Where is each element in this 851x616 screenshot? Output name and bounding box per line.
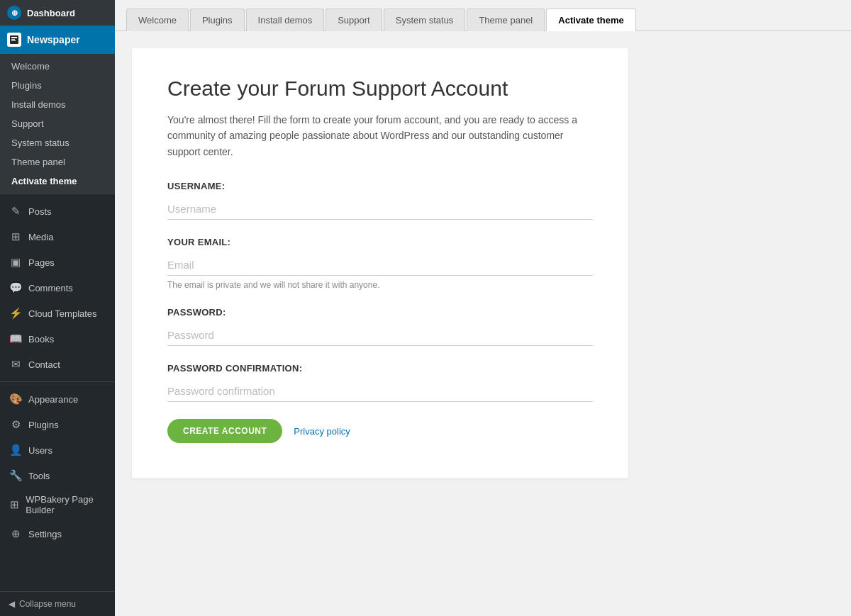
sidebar-item-comments[interactable]: 💬 Comments (0, 275, 115, 301)
tab-install-demos[interactable]: Install demos (246, 9, 325, 31)
tabs-bar: Welcome Plugins Install demos Support Sy… (115, 0, 851, 31)
main-content: Welcome Plugins Install demos Support Sy… (115, 0, 851, 616)
cloud-templates-label: Cloud Templates (28, 308, 97, 319)
wpbakery-label: WPBakery Page Builder (26, 494, 106, 515)
sidebar: ⊕ Dashboard Newspaper Welcome Plugins In… (0, 0, 115, 616)
media-label: Media (28, 232, 53, 242)
sidebar-item-newspaper[interactable]: Newspaper (0, 26, 115, 54)
svg-rect-1 (11, 37, 17, 38)
books-label: Books (28, 334, 54, 345)
password-confirm-input[interactable] (167, 381, 593, 402)
sidebar-item-users[interactable]: 👤 Users (0, 437, 115, 463)
sidebar-item-media[interactable]: ⊞ Media (0, 224, 115, 250)
username-group: USERNAME: (167, 181, 593, 220)
sidebar-item-dashboard[interactable]: ⊕ Dashboard (0, 0, 115, 26)
media-icon: ⊞ (9, 230, 23, 244)
svg-rect-3 (11, 40, 16, 41)
form-subtitle: You're almost there! Fill the form to cr… (167, 112, 593, 159)
sidebar-item-contact[interactable]: ✉ Contact (0, 352, 115, 377)
create-account-button[interactable]: CREATE ACCOUNT (167, 419, 282, 443)
pages-icon: ▣ (9, 255, 23, 269)
comments-icon: 💬 (9, 281, 23, 295)
submenu-welcome[interactable]: Welcome (0, 57, 115, 76)
content-area: Create your Forum Support Account You're… (115, 31, 851, 616)
sidebar-nav: ✎ Posts ⊞ Media ▣ Pages 💬 Comments ⚡ Clo… (0, 194, 115, 381)
password-confirm-label: PASSWORD CONFIRMATION: (167, 363, 593, 374)
books-icon: 📖 (9, 332, 23, 346)
users-label: Users (28, 445, 52, 456)
submenu-theme-panel[interactable]: Theme panel (0, 152, 115, 172)
plugins-label: Plugins (28, 420, 59, 430)
dashboard-icon: ⊕ (7, 6, 21, 20)
privacy-policy-link[interactable]: Privacy policy (294, 426, 350, 437)
cloud-templates-icon: ⚡ (9, 306, 23, 320)
sidebar-item-appearance[interactable]: 🎨 Appearance (0, 386, 115, 412)
posts-icon: ✎ (9, 204, 23, 218)
tab-system-status[interactable]: System status (384, 9, 466, 31)
sidebar-item-tools[interactable]: 🔧 Tools (0, 463, 115, 488)
submenu-install-demos[interactable]: Install demos (0, 95, 115, 114)
password-confirm-group: PASSWORD CONFIRMATION: (167, 363, 593, 402)
svg-rect-2 (11, 39, 15, 40)
sidebar-item-wpbakery[interactable]: ⊞ WPBakery Page Builder (0, 488, 115, 521)
collapse-label: Collapse menu (19, 599, 76, 609)
posts-label: Posts (28, 206, 52, 217)
password-label: PASSWORD: (167, 307, 593, 318)
password-input[interactable] (167, 325, 593, 346)
wpbakery-icon: ⊞ (9, 498, 20, 512)
sidebar-item-books[interactable]: 📖 Books (0, 326, 115, 352)
dashboard-label: Dashboard (27, 8, 75, 18)
users-icon: 👤 (9, 443, 23, 457)
appearance-icon: 🎨 (9, 392, 23, 406)
username-input[interactable] (167, 198, 593, 220)
sidebar-nav-2: 🎨 Appearance ⚙ Plugins 👤 Users 🔧 Tools ⊞… (0, 381, 115, 551)
contact-label: Contact (28, 359, 60, 370)
sidebar-item-cloud-templates[interactable]: ⚡ Cloud Templates (0, 301, 115, 326)
submenu-plugins[interactable]: Plugins (0, 76, 115, 95)
form-title: Create your Forum Support Account (167, 77, 593, 101)
tab-support[interactable]: Support (326, 9, 382, 31)
form-card: Create your Forum Support Account You're… (132, 48, 628, 478)
comments-label: Comments (28, 283, 73, 293)
tab-plugins[interactable]: Plugins (190, 9, 245, 31)
tools-icon: 🔧 (9, 469, 23, 483)
email-hint: The email is private and we will not sha… (167, 280, 593, 290)
submenu-support[interactable]: Support (0, 114, 115, 133)
tab-theme-panel[interactable]: Theme panel (467, 9, 545, 31)
email-input[interactable] (167, 254, 593, 276)
form-actions: CREATE ACCOUNT Privacy policy (167, 419, 593, 443)
settings-label: Settings (28, 529, 62, 539)
newspaper-icon (7, 33, 21, 47)
tab-activate-theme[interactable]: Activate theme (546, 9, 635, 31)
email-group: YOUR EMAIL: The email is private and we … (167, 237, 593, 290)
tab-welcome[interactable]: Welcome (126, 9, 189, 31)
plugins-icon: ⚙ (9, 418, 23, 432)
pages-label: Pages (28, 257, 55, 268)
sidebar-item-pages[interactable]: ▣ Pages (0, 250, 115, 275)
tools-label: Tools (28, 471, 50, 481)
sidebar-item-posts[interactable]: ✎ Posts (0, 198, 115, 224)
password-group: PASSWORD: (167, 307, 593, 346)
appearance-label: Appearance (28, 394, 78, 405)
newspaper-submenu: Welcome Plugins Install demos Support Sy… (0, 54, 115, 194)
sidebar-item-plugins[interactable]: ⚙ Plugins (0, 412, 115, 437)
submenu-system-status[interactable]: System status (0, 133, 115, 152)
username-label: USERNAME: (167, 181, 593, 191)
collapse-menu[interactable]: ◀ Collapse menu (0, 591, 115, 616)
submenu-activate-theme[interactable]: Activate theme (0, 172, 115, 191)
collapse-icon: ◀ (9, 599, 15, 609)
settings-icon: ⊕ (9, 527, 23, 541)
contact-icon: ✉ (9, 357, 23, 371)
newspaper-label: Newspaper (27, 34, 80, 45)
sidebar-item-settings[interactable]: ⊕ Settings (0, 521, 115, 547)
email-label: YOUR EMAIL: (167, 237, 593, 247)
